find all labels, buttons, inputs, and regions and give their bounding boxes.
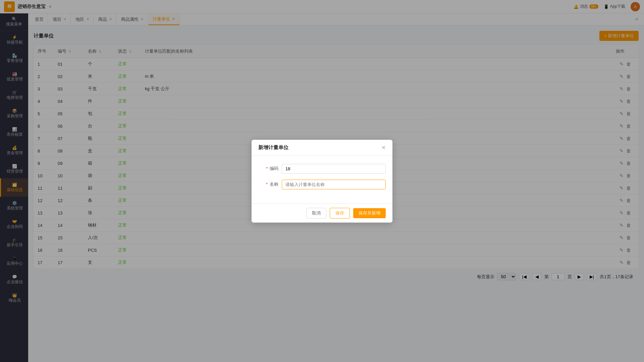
modal-overlay[interactable]: 新增计量单位 ✕ * 编码 * 名称 取消 保存 保存并新增 [0,0,644,362]
modal-close-btn[interactable]: ✕ [381,144,386,151]
required-marker: * [266,166,268,171]
modal-title: 新增计量单位 [258,144,288,151]
form-row-code: * 编码 [258,164,386,174]
modal-footer: 取消 保存 保存并新增 [252,203,392,223]
code-input[interactable] [282,164,386,174]
save-button[interactable]: 保存 [330,208,350,219]
name-label: * 名称 [258,181,278,187]
modal: 新增计量单位 ✕ * 编码 * 名称 取消 保存 保存并新增 [252,140,392,223]
save-new-button[interactable]: 保存并新增 [353,208,386,218]
code-label: * 编码 [258,166,278,172]
cancel-button[interactable]: 取消 [306,208,326,219]
form-row-name: * 名称 [258,180,386,189]
modal-header: 新增计量单位 ✕ [252,140,392,156]
name-input[interactable] [282,180,386,189]
modal-body: * 编码 * 名称 [252,156,392,203]
required-marker-name: * [266,182,268,187]
